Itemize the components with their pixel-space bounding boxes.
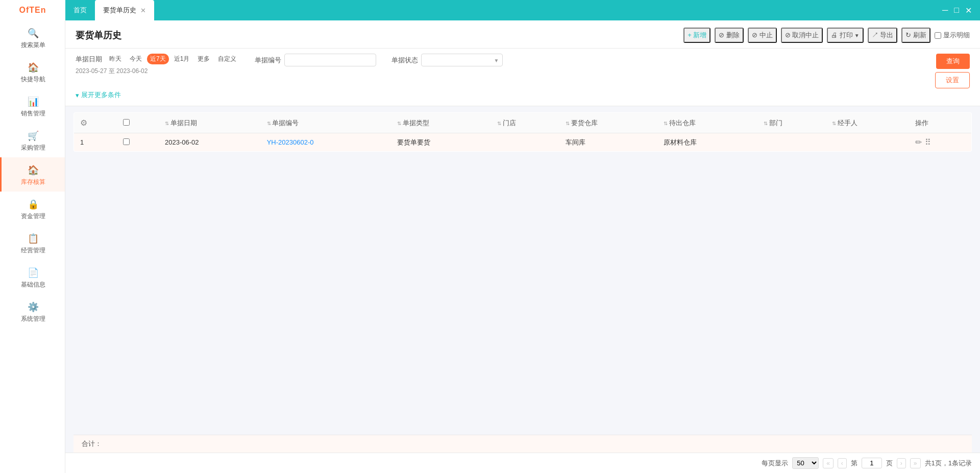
doc-number-link[interactable]: YH-20230602-0 [267, 138, 314, 146]
table-header: ⚙ 单据日期 单据编号 单据类型 门店 要货仓库 待出仓库 部门 经手人 操 [74, 113, 972, 133]
display-detail-toggle[interactable]: 显示明细 [935, 31, 970, 40]
row-ops: ✏ ⠿ [909, 133, 972, 152]
page-size-select[interactable]: 20 50 100 200 [792, 457, 819, 469]
date-shortcuts: 昨天 今天 近7天 近1月 更多 自定义 [106, 54, 239, 64]
sidebar-item-quick-nav[interactable]: 🏠 快捷导航 [0, 55, 65, 89]
row-handler [826, 133, 909, 152]
finance-mgmt-icon: 🔒 [28, 199, 39, 210]
sidebar-item-ops-mgmt-label: 经营管理 [21, 246, 45, 255]
page-number-input[interactable] [862, 458, 882, 468]
print-chevron-icon: ▼ [854, 33, 860, 38]
shortcut-7days[interactable]: 近7天 [147, 54, 169, 64]
row-doc-number[interactable]: YH-20230602-0 [261, 133, 391, 152]
top-bar: OfTEn 首页 要货单历史 ✕ ─ □ ✕ [0, 0, 980, 20]
print-button[interactable]: 🖨 打印 ▼ [827, 28, 864, 43]
data-table: ⚙ 单据日期 单据编号 单据类型 门店 要货仓库 待出仓库 部门 经手人 操 [74, 112, 972, 152]
tab-home[interactable]: 首页 [65, 0, 95, 20]
query-button[interactable]: 查询 [936, 54, 970, 69]
shortcut-1month[interactable]: 近1月 [171, 54, 193, 64]
page-title: 要货单历史 [76, 29, 121, 41]
doc-status-select-wrapper [421, 54, 503, 66]
row-index: 1 [74, 133, 117, 152]
expand-more-label: 展开更多条件 [81, 90, 121, 100]
ops-mgmt-icon: 📋 [28, 233, 39, 244]
last-page-button[interactable]: » [910, 458, 921, 468]
filter-row-main: 单据日期 昨天 今天 近7天 近1月 更多 自定义 2023-05-27 至 2… [76, 54, 970, 88]
tab-close-icon[interactable]: ✕ [140, 7, 146, 14]
col-doc-date-header[interactable]: 单据日期 [159, 113, 261, 133]
sidebar-item-inventory[interactable]: 🏠 库存核算 [0, 157, 65, 192]
row-checkbox[interactable] [117, 133, 159, 152]
col-doc-type-header[interactable]: 单据类型 [391, 113, 491, 133]
shortcut-more[interactable]: 更多 [194, 54, 213, 64]
content-area: 要货单历史 + 新增 ⊘ 删除 ⊘ 中止 ⊘ 取消中止 🖨 打印 ▼ ↗ 导出 … [65, 20, 980, 473]
col-checkbox-header[interactable] [117, 113, 159, 133]
select-all-checkbox[interactable] [123, 119, 130, 126]
export-button[interactable]: ↗ 导出 [868, 28, 898, 43]
minimize-icon[interactable]: ─ [942, 6, 948, 15]
sidebar-item-system-mgmt[interactable]: ⚙️ 系统管理 [0, 294, 65, 328]
toolbar: + 新增 ⊘ 删除 ⊘ 中止 ⊘ 取消中止 🖨 打印 ▼ ↗ 导出 ↻ 刷新 显… [683, 28, 970, 43]
gear-icon-header[interactable]: ⚙ [80, 119, 87, 127]
col-settings-header[interactable]: ⚙ [74, 113, 117, 133]
sidebar-item-basic-info[interactable]: 📄 基础信息 [0, 260, 65, 294]
row-select-checkbox[interactable] [123, 138, 130, 145]
settings-button[interactable]: 设置 [935, 72, 970, 88]
col-req-warehouse-header[interactable]: 要货仓库 [559, 113, 657, 133]
sidebar-item-sales-mgmt-label: 销售管理 [21, 109, 45, 118]
col-ops-header: 操作 [909, 113, 972, 133]
tab-requisition-history[interactable]: 要货单历史 ✕ [95, 0, 154, 20]
prev-page-button[interactable]: ‹ [838, 458, 847, 468]
row-doc-type: 要货单要货 [391, 133, 491, 152]
shortcut-today[interactable]: 今天 [127, 54, 145, 64]
sidebar-item-search-menu[interactable]: 🔍 搜索菜单 [0, 20, 65, 55]
tab-requisition-history-label: 要货单历史 [103, 6, 136, 15]
col-handler-header[interactable]: 经手人 [826, 113, 909, 133]
system-mgmt-icon: ⚙️ [28, 301, 39, 313]
delete-button[interactable]: ⊘ 删除 [715, 28, 744, 43]
expand-chevron-icon: ▾ [76, 91, 79, 99]
sidebar-item-purchase-mgmt[interactable]: 🛒 采购管理 [0, 123, 65, 157]
refresh-button[interactable]: ↻ 刷新 [901, 28, 930, 43]
stop-button[interactable]: ⊘ 中止 [748, 28, 777, 43]
first-page-button[interactable]: « [823, 458, 834, 468]
filter-right: 查询 设置 [935, 54, 970, 88]
display-detail-label: 显示明细 [943, 31, 970, 40]
header-row: ⚙ 单据日期 单据编号 单据类型 门店 要货仓库 待出仓库 部门 经手人 操 [74, 113, 972, 133]
shortcut-yesterday[interactable]: 昨天 [106, 54, 125, 64]
col-doc-number-header[interactable]: 单据编号 [261, 113, 391, 133]
sidebar-item-finance-mgmt-label: 资金管理 [21, 212, 45, 221]
next-page-button[interactable]: › [897, 458, 906, 468]
doc-status-label: 单据状态 [391, 56, 418, 65]
main-layout: 🔍 搜索菜单 🏠 快捷导航 📊 销售管理 🛒 采购管理 🏠 库存核算 🔒 资金管… [0, 20, 980, 473]
sidebar-item-sales-mgmt[interactable]: 📊 销售管理 [0, 89, 65, 123]
table-area: ⚙ 单据日期 单据编号 单据类型 门店 要货仓库 待出仓库 部门 经手人 操 [65, 106, 980, 435]
row-ops-group: ✏ ⠿ [915, 137, 965, 147]
cancel-stop-button[interactable]: ⊘ 取消中止 [781, 28, 823, 43]
search-menu-icon: 🔍 [28, 28, 39, 39]
row-edit-icon[interactable]: ✏ [915, 137, 922, 147]
maximize-icon[interactable]: □ [954, 6, 959, 15]
shortcut-custom[interactable]: 自定义 [215, 54, 239, 64]
page-label: 第 [851, 459, 857, 468]
col-store-header[interactable]: 门店 [491, 113, 559, 133]
table-footer: 合计： [74, 435, 972, 453]
doc-status-select[interactable] [421, 54, 503, 66]
expand-more-btn[interactable]: ▾ 展开更多条件 [76, 88, 970, 102]
tab-home-label: 首页 [74, 6, 87, 15]
sidebar-item-ops-mgmt[interactable]: 📋 经营管理 [0, 226, 65, 260]
col-dept-header[interactable]: 部门 [757, 113, 826, 133]
page-suffix: 页 [886, 459, 893, 468]
basic-info-icon: 📄 [28, 267, 39, 278]
table-body: 1 2023-06-02 YH-20230602-0 要货单要货 车间库 原材料… [74, 133, 972, 152]
doc-number-input[interactable] [284, 54, 376, 66]
row-more-icon[interactable]: ⠿ [925, 137, 931, 147]
col-pending-warehouse-header[interactable]: 待出仓库 [657, 113, 757, 133]
display-detail-checkbox[interactable] [935, 32, 941, 39]
date-range-display: 2023-05-27 至 2023-06-02 [76, 67, 239, 76]
sidebar-item-finance-mgmt[interactable]: 🔒 资金管理 [0, 192, 65, 226]
sidebar-item-purchase-mgmt-label: 采购管理 [21, 144, 45, 152]
new-button[interactable]: + 新增 [683, 28, 710, 43]
filter-area: 单据日期 昨天 今天 近7天 近1月 更多 自定义 2023-05-27 至 2… [65, 49, 980, 106]
window-close-icon[interactable]: ✕ [965, 6, 972, 15]
